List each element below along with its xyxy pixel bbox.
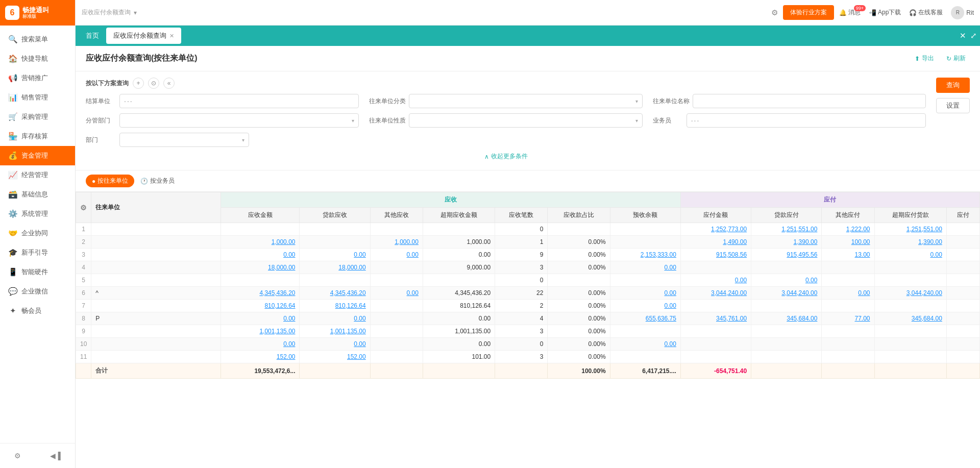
row-ar-amount[interactable]: 18,000.00	[221, 261, 300, 274]
row-ar-amount[interactable]: 152.00	[221, 351, 300, 363]
filter-input-category[interactable]: ▾	[409, 94, 642, 108]
row-ap-loan[interactable]: 0.00	[751, 274, 822, 287]
query-button[interactable]: 查询	[936, 78, 970, 93]
sidebar-item-base[interactable]: 🗃️ 基础信息	[0, 185, 75, 204]
filter-input-nature[interactable]: ▾	[409, 113, 642, 128]
sidebar-collapse-btn[interactable]: ◀▐	[44, 449, 67, 463]
row-pre-ar[interactable]: 0.00	[610, 287, 680, 300]
row-ap-loan[interactable]: 1,390.00	[751, 236, 822, 249]
row-ap-loan[interactable]: 3,044,240.00	[751, 287, 822, 300]
sidebar-item-sales[interactable]: 📊 销售管理	[0, 88, 75, 107]
row-pre-ar[interactable]: 655,636.75	[610, 312, 680, 325]
row-ap-other	[822, 274, 874, 287]
breadcrumb-dropdown-icon[interactable]: ▾	[134, 9, 137, 16]
online-service-button[interactable]: 🎧 在线客服	[909, 8, 943, 17]
sidebar-item-cooperation[interactable]: 🤝 企业协同	[0, 224, 75, 243]
table-container[interactable]: ⚙ 往来单位 应收 应付 应收金额 贷款应收 其他应收 超期应收金额 应收笔数 …	[76, 192, 980, 468]
table-settings-col[interactable]: ⚙	[76, 192, 91, 223]
tab-ar-ap-query[interactable]: 应收应付余额查询 ✕	[106, 28, 181, 44]
row-ap-other[interactable]: 1,222.00	[822, 223, 874, 236]
tab-fullscreen-icon[interactable]: ⤢	[970, 31, 977, 40]
sidebar-item-hardware[interactable]: 📱 智能硬件	[0, 262, 75, 282]
row-ap-other[interactable]: 13.00	[822, 249, 874, 261]
sidebar-item-marketing[interactable]: 📢 营销推广	[0, 68, 75, 88]
row-pre-ar[interactable]: 0.00	[610, 261, 680, 274]
row-ar-loan[interactable]: 0.00	[300, 249, 370, 261]
row-ar-other[interactable]: 1,000.00	[370, 236, 423, 249]
row-ap-amount[interactable]: 1,490.00	[680, 236, 751, 249]
row-ar-other[interactable]: 0.00	[370, 249, 423, 261]
tab-close-icon[interactable]: ✕	[169, 33, 174, 39]
notify-button[interactable]: 🔔 消息 99+	[839, 8, 861, 17]
row-ar-loan[interactable]: 152.00	[300, 351, 370, 363]
sidebar-item-wechat[interactable]: 💬 企业微信	[0, 282, 75, 301]
row-ar-loan[interactable]: 18,000.00	[300, 261, 370, 274]
row-ap-loan[interactable]: 1,251,551.00	[751, 223, 822, 236]
row-ap-other[interactable]: 77.00	[822, 312, 874, 325]
row-ap-overdue[interactable]: 1,390.00	[874, 236, 946, 249]
row-pre-ar[interactable]: 0.00	[610, 338, 680, 351]
sidebar-item-member[interactable]: ✦ 畅会员	[0, 301, 75, 321]
sidebar-item-system[interactable]: ⚙️ 系统管理	[0, 204, 75, 224]
row-ap-overdue[interactable]: 345,684.00	[874, 312, 946, 325]
sidebar-item-operation[interactable]: 📈 经营管理	[0, 165, 75, 185]
filter-collapse-left-btn[interactable]: «	[163, 78, 175, 89]
tab-close-all-icon[interactable]: ✕	[960, 31, 966, 40]
sidebar-item-quick-nav[interactable]: 🏠 快捷导航	[0, 49, 75, 68]
row-ar-amount[interactable]: 4,345,436.20	[221, 287, 300, 300]
row-ap-amount[interactable]: 915,508.56	[680, 249, 751, 261]
row-pre-ar[interactable]: 0.00	[610, 300, 680, 312]
row-ar-amount[interactable]: 1,001,135.00	[221, 325, 300, 338]
row-ap-amount[interactable]: 3,044,240.00	[680, 287, 751, 300]
tab-home[interactable]: 首页	[79, 28, 106, 44]
row-ap-other[interactable]: 0.00	[822, 287, 874, 300]
row-ar-amount[interactable]: 1,000.00	[221, 236, 300, 249]
sidebar-settings-btn[interactable]: ⚙	[8, 449, 27, 463]
sidebar-item-search[interactable]: 🔍 搜索菜单	[0, 30, 75, 49]
row-ap-overdue[interactable]: 0.00	[874, 249, 946, 261]
sub-nav-by-unit[interactable]: ● 按往来单位	[86, 175, 134, 187]
row-ar-ratio: 0.00%	[548, 300, 610, 312]
filter-collapse-btn[interactable]: ∧ 收起更多条件	[86, 149, 926, 164]
row-ar-loan[interactable]: 0.00	[300, 312, 370, 325]
row-ap-amount[interactable]: 345,761.00	[680, 312, 751, 325]
settings-gear-icon[interactable]: ⚙	[771, 8, 778, 17]
row-ap-overdue[interactable]: 3,044,240.00	[874, 287, 946, 300]
filter-add-btn[interactable]: +	[133, 78, 144, 89]
filter-input-salesman[interactable]: ···	[687, 113, 926, 128]
sidebar-item-purchase[interactable]: 🛒 采购管理	[0, 107, 75, 127]
row-ap-loan[interactable]: 345,684.00	[751, 312, 822, 325]
filter-input-dept[interactable]: ▾	[119, 113, 359, 128]
export-button[interactable]: ⬆ 导出	[911, 52, 938, 65]
row-ar-other[interactable]: 0.00	[370, 287, 423, 300]
row-ar-amount[interactable]: 0.00	[221, 249, 300, 261]
promo-button[interactable]: 体验行业方案	[783, 5, 834, 20]
row-ar-amount[interactable]: 0.00	[221, 338, 300, 351]
row-ar-amount[interactable]: 810,126.64	[221, 300, 300, 312]
row-ar-loan[interactable]: 810,126.64	[300, 300, 370, 312]
row-ar-loan[interactable]: 0.00	[300, 338, 370, 351]
row-pre-ar[interactable]: 2,153,333.00	[610, 249, 680, 261]
filter-input-section[interactable]: ▾	[119, 133, 249, 147]
row-ar-amount[interactable]: 0.00	[221, 312, 300, 325]
sub-nav-by-salesman[interactable]: 🕐 按业务员	[134, 175, 181, 187]
row-ap-amount[interactable]: 1,252,773.00	[680, 223, 751, 236]
sidebar-item-finance[interactable]: 💰 资金管理	[0, 146, 75, 165]
app-download-button[interactable]: 📲 App下载	[869, 8, 901, 17]
row-ap-amount	[680, 261, 751, 274]
set-button[interactable]: 设置	[936, 98, 970, 113]
refresh-button[interactable]: ↻ 刷新	[942, 52, 970, 65]
row-ar-loan[interactable]: 4,345,436.20	[300, 287, 370, 300]
row-ap-other[interactable]: 100.00	[822, 236, 874, 249]
filter-settings-btn[interactable]: ⊙	[148, 78, 159, 89]
filter-input-settlement[interactable]: ···	[119, 94, 359, 108]
row-ap-overdue[interactable]: 1,251,551.00	[874, 223, 946, 236]
th-ar-loan: 贷款应收	[300, 208, 370, 223]
row-ar-loan[interactable]: 1,001,135.00	[300, 325, 370, 338]
row-ap-loan[interactable]: 915,495.56	[751, 249, 822, 261]
sidebar-item-inventory[interactable]: 🏪 库存核算	[0, 127, 75, 146]
filter-input-name[interactable]	[693, 94, 926, 108]
user-menu[interactable]: R Rit	[951, 6, 974, 19]
row-ap-amount[interactable]: 0.00	[680, 274, 751, 287]
sidebar-item-guide[interactable]: 🎓 新手引导	[0, 243, 75, 262]
